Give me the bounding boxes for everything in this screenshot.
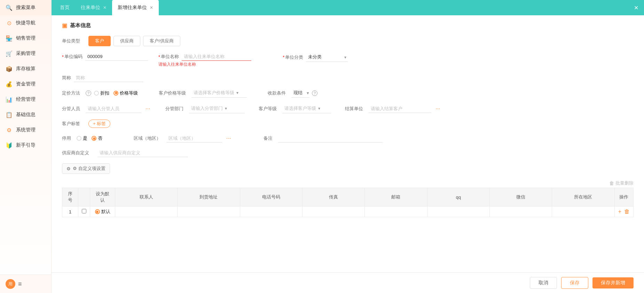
department-arrow: ▾ xyxy=(225,106,227,111)
cell-contact-input[interactable] xyxy=(119,209,174,214)
cell-phone[interactable] xyxy=(240,206,302,217)
settings-icon: ⚙ xyxy=(66,166,71,171)
payment-terms-arrow: ▾ xyxy=(307,90,309,96)
pricing-discount-circle xyxy=(94,91,99,96)
row-add-icon[interactable]: + xyxy=(618,209,621,215)
region-input[interactable] xyxy=(166,134,222,143)
unit-btn-supplier[interactable]: 供应商 xyxy=(113,36,140,46)
close-contacts-icon[interactable]: ✕ xyxy=(103,5,107,10)
disable-no-circle xyxy=(92,136,96,141)
cell-email-input[interactable] xyxy=(368,209,423,214)
sidebar-item-finance[interactable]: 💰 资金管理 xyxy=(0,76,51,92)
department-select[interactable]: 请输入分管部门 ▾ xyxy=(189,104,245,113)
tag-add-button[interactable]: + 标签 xyxy=(88,120,110,128)
short-name-input[interactable] xyxy=(74,74,143,82)
cell-email[interactable] xyxy=(365,206,427,217)
unit-btn-both[interactable]: 客户/供应商 xyxy=(143,36,180,46)
cell-contact[interactable] xyxy=(115,206,177,217)
settlement-unit-input[interactable] xyxy=(369,105,431,113)
settlement-unit-more-btn[interactable]: ··· xyxy=(434,106,441,112)
cell-fax-input[interactable] xyxy=(306,209,361,214)
customer-tag-label: 客户标签 xyxy=(62,121,80,127)
basic-icon: 📋 xyxy=(6,111,13,118)
custom-settings-label: ⚙ 自定义项设置 xyxy=(73,165,105,172)
footer-bar: 取消 保存 保存并新增 xyxy=(52,272,644,293)
sidebar-item-quick-nav[interactable]: ⊙ 快捷导航 xyxy=(0,15,51,31)
cell-region-input[interactable] xyxy=(556,209,611,214)
manager-input[interactable] xyxy=(86,105,141,113)
customer-price-level-select[interactable]: 请选择客户价格等级 ▾ xyxy=(191,88,247,98)
table-row: 1 默认 xyxy=(62,206,634,217)
sidebar-item-system[interactable]: ⚙ 系统管理 xyxy=(0,122,51,138)
manager-more-btn[interactable]: ··· xyxy=(144,106,151,112)
disable-region-row: 停用 是 否 区域（地区） ··· xyxy=(62,134,634,143)
customer-level-arrow: ▾ xyxy=(318,106,320,111)
supplier-custom-input[interactable] xyxy=(97,149,188,157)
supplier-custom-row: 供应商自定义 xyxy=(62,149,634,157)
unit-name-group: * 单位名称 请输入往来单位名称 xyxy=(158,52,251,67)
sidebar-item-inventory[interactable]: 📦 库存核算 xyxy=(0,61,51,76)
cancel-button[interactable]: 取消 xyxy=(530,277,557,289)
sidebar-item-basic[interactable]: 📋 基础信息 xyxy=(0,107,51,122)
unit-btn-customer[interactable]: 客户 xyxy=(88,36,111,46)
unit-type-group: 客户 供应商 客户/供应商 xyxy=(88,36,180,46)
cell-wechat-input[interactable] xyxy=(493,209,548,214)
customer-level-select[interactable]: 请选择客户等级 ▾ xyxy=(282,104,331,113)
pricing-radio-price-level[interactable]: 价格等级 xyxy=(113,90,138,96)
tab-new-contact[interactable]: 新增往来单位 ✕ xyxy=(112,0,159,15)
tab-contacts[interactable]: 往来单位 ✕ xyxy=(75,0,112,15)
close-new-contact-icon[interactable]: ✕ xyxy=(150,5,153,10)
unit-name-label: 单位名称 xyxy=(161,54,179,60)
col-fax: 传真 xyxy=(302,188,364,206)
disable-label: 停用 xyxy=(62,135,71,141)
col-qq: qq xyxy=(427,188,489,206)
pricing-help-icon[interactable]: ? xyxy=(86,90,91,96)
unit-code-label: 单位编码 xyxy=(64,54,83,60)
cell-address[interactable] xyxy=(178,206,240,217)
avatar: 用 xyxy=(6,279,15,289)
inventory-icon: 📦 xyxy=(6,65,13,72)
sidebar-item-sales[interactable]: 🏪 销售管理 xyxy=(0,31,51,46)
sidebar-expand-icon[interactable]: ≡ xyxy=(18,280,22,288)
cell-fax[interactable] xyxy=(302,206,364,217)
batch-delete-label[interactable]: 批量删除 xyxy=(615,180,634,186)
cell-qq-input[interactable] xyxy=(431,209,486,214)
pricing-radio-discount[interactable]: 折扣 xyxy=(94,90,109,96)
region-more-btn[interactable]: ··· xyxy=(225,135,232,141)
sidebar-item-guide[interactable]: 🔰 新手引导 xyxy=(0,138,51,153)
cell-address-input[interactable] xyxy=(181,209,236,214)
tab-home[interactable]: 首页 xyxy=(54,0,75,15)
unit-type-label: 单位类型 xyxy=(62,38,80,44)
save-new-button[interactable]: 保存并新增 xyxy=(592,277,634,288)
disable-radio-no[interactable]: 否 xyxy=(92,135,102,141)
row-default-radio[interactable]: 默认 xyxy=(94,209,111,215)
disable-yes-circle xyxy=(77,136,81,141)
code-name-category-row: * 单位编码 * 单位名称 请输入往来单位名称 * 单位分类 未分类 xyxy=(62,52,634,67)
sidebar-item-operation[interactable]: 📊 经营管理 xyxy=(0,92,51,107)
sidebar-item-purchase[interactable]: 🛒 采购管理 xyxy=(0,46,51,61)
unit-category-select-wrap[interactable]: 未分类 xyxy=(306,52,348,62)
unit-code-group: * 单位编码 xyxy=(62,52,148,61)
cell-phone-input[interactable] xyxy=(244,209,299,214)
disable-radio-group: 是 否 xyxy=(77,135,102,141)
unit-code-input[interactable] xyxy=(85,52,148,61)
cell-qq[interactable] xyxy=(427,206,489,217)
sidebar-item-search[interactable]: 🔍 搜索菜单 xyxy=(0,0,51,15)
save-button[interactable]: 保存 xyxy=(561,277,588,289)
remark-input[interactable] xyxy=(278,134,383,143)
cell-wechat[interactable] xyxy=(489,206,552,217)
tab-bar-close-icon[interactable]: ✕ xyxy=(631,3,641,13)
row-delete-icon[interactable]: 🗑 xyxy=(624,209,630,215)
unit-category-value[interactable]: 未分类 xyxy=(306,52,348,62)
cell-table-region[interactable] xyxy=(552,206,614,217)
unit-name-error: 请输入往来单位名称 xyxy=(158,62,196,67)
contacts-table: 序号 设为默认 联系人 到货地址 电话号码 传真 邮箱 qq 微信 所在地区 操… xyxy=(62,188,634,217)
disable-radio-yes[interactable]: 是 xyxy=(77,135,87,141)
manager-label: 分管人员 xyxy=(62,106,80,112)
custom-settings-button[interactable]: ⚙ ⚙ 自定义项设置 xyxy=(62,163,110,174)
row-default-label: 默认 xyxy=(101,209,110,215)
row-checkbox[interactable] xyxy=(82,209,86,213)
unit-category-group: * 单位分类 未分类 xyxy=(283,52,348,62)
unit-name-input[interactable] xyxy=(182,52,251,61)
payment-terms-help-icon[interactable]: ? xyxy=(312,90,317,96)
